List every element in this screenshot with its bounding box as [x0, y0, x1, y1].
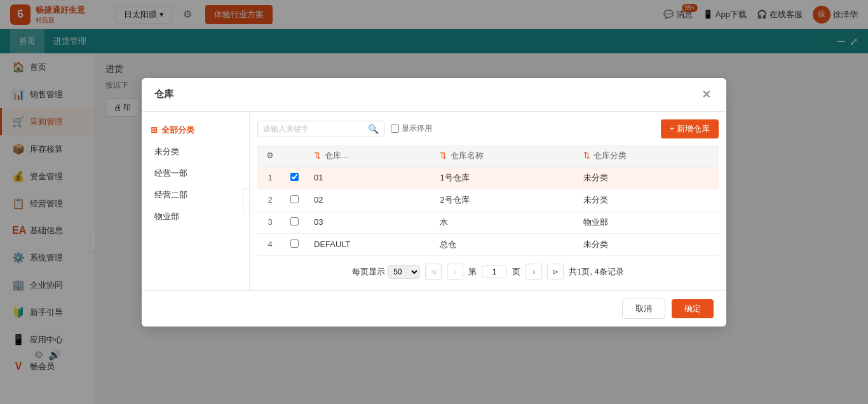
warehouse-table: ⚙ ⇅ 仓库... ⇅ 仓库名称 ⇅: [257, 145, 719, 256]
category-item-property[interactable]: 物业部: [142, 206, 249, 227]
modal-close-button[interactable]: ✕: [698, 87, 714, 102]
category-item-ops2[interactable]: 经营二部: [142, 184, 249, 206]
all-categories-label: 全部分类: [161, 125, 194, 136]
page-size-label: 每页显示: [352, 266, 385, 278]
pagination: 每页显示 50 10 20 100 ⊲ ‹ 第 页 › ⊳: [257, 256, 719, 283]
row-code: 02: [306, 189, 432, 211]
page-prev-button[interactable]: ‹: [447, 264, 463, 280]
th-category: ⇅ 仓库分类: [576, 145, 719, 167]
page-next-button[interactable]: ›: [526, 264, 542, 280]
category-item-unclassified[interactable]: 未分类: [142, 141, 249, 163]
table-row[interactable]: 3 03 水 物业部: [257, 211, 719, 233]
confirm-button[interactable]: 确定: [672, 299, 714, 318]
th-name: ⇅ 仓库名称: [432, 145, 575, 167]
row-cb[interactable]: [283, 166, 306, 189]
modal-body: ⊞ 全部分类 未分类 经营一部 经营二部 物业部 ◂ 🔍: [142, 112, 726, 290]
page-number-input[interactable]: [482, 266, 507, 278]
show-disabled-checkbox[interactable]: [391, 125, 399, 133]
add-warehouse-button[interactable]: + 新增仓库: [661, 119, 719, 138]
table-row[interactable]: 1 01 1号仓库 未分类: [257, 166, 719, 189]
category-panel: ⊞ 全部分类 未分类 经营一部 经营二部 物业部 ◂: [142, 112, 250, 290]
row-cb[interactable]: [283, 211, 306, 233]
search-icon[interactable]: 🔍: [368, 124, 379, 134]
grid-icon: ⊞: [151, 125, 158, 135]
row-code: DEFAULT: [306, 233, 432, 255]
th-checkbox: [283, 145, 306, 167]
sort-icon-name: ⇅: [440, 151, 447, 160]
search-box: 🔍: [257, 121, 384, 137]
show-disabled-label: 显示停用: [391, 123, 432, 134]
total-info: 共1页, 4条记录: [569, 266, 624, 278]
table-toolbar: 🔍 显示停用 + 新增仓库: [257, 119, 719, 138]
category-collapse-button[interactable]: ◂: [243, 188, 250, 213]
row-num: 1: [257, 166, 283, 189]
row-name: 水: [432, 211, 575, 233]
page-label-post: 页: [512, 266, 520, 278]
page-first-button[interactable]: ⊲: [425, 264, 442, 280]
row-category: 物业部: [576, 211, 719, 233]
row-num: 3: [257, 211, 283, 233]
warehouse-modal: 仓库 ✕ ⊞ 全部分类 未分类 经营一部 经营二部 物业部 ◂: [142, 78, 726, 327]
page-size-select[interactable]: 50 10 20 100: [388, 265, 420, 279]
row-category: 未分类: [576, 233, 719, 255]
sort-icon-category: ⇅: [583, 151, 590, 160]
th-code: ⇅ 仓库...: [306, 145, 432, 167]
row-num: 4: [257, 233, 283, 255]
row-category: 未分类: [576, 189, 719, 211]
table-panel: 🔍 显示停用 + 新增仓库 ⚙ ⇅: [250, 112, 726, 290]
category-item-ops1[interactable]: 经营一部: [142, 163, 249, 184]
table-body: 1 01 1号仓库 未分类 2 02 2号仓库 未分类: [257, 166, 719, 255]
modal-title: 仓库: [154, 88, 173, 100]
page-last-button[interactable]: ⊳: [547, 264, 564, 280]
modal-footer: 取消 确定: [142, 290, 726, 327]
page-size-selector: 每页显示 50 10 20 100: [352, 265, 420, 279]
cancel-button[interactable]: 取消: [622, 299, 665, 319]
row-category: 未分类: [576, 166, 719, 189]
table-row[interactable]: 2 02 2号仓库 未分类: [257, 189, 719, 211]
row-cb[interactable]: [283, 233, 306, 255]
page-label-pre: 第: [468, 266, 477, 278]
row-name: 总仓: [432, 233, 575, 255]
row-name: 1号仓库: [432, 166, 575, 189]
row-name: 2号仓库: [432, 189, 575, 211]
modal-header: 仓库 ✕: [142, 78, 726, 112]
show-disabled-text: 显示停用: [402, 123, 432, 134]
sort-icon-code: ⇅: [314, 151, 321, 160]
all-categories-header[interactable]: ⊞ 全部分类: [142, 119, 249, 141]
modal-overlay: 仓库 ✕ ⊞ 全部分类 未分类 经营一部 经营二部 物业部 ◂: [0, 0, 868, 404]
row-code: 01: [306, 166, 432, 189]
row-cb[interactable]: [283, 189, 306, 211]
table-header: ⚙ ⇅ 仓库... ⇅ 仓库名称 ⇅: [257, 145, 719, 167]
row-num: 2: [257, 189, 283, 211]
row-code: 03: [306, 211, 432, 233]
table-row[interactable]: 4 DEFAULT 总仓 未分类: [257, 233, 719, 255]
search-input[interactable]: [263, 125, 368, 133]
th-gear: ⚙: [257, 145, 283, 167]
